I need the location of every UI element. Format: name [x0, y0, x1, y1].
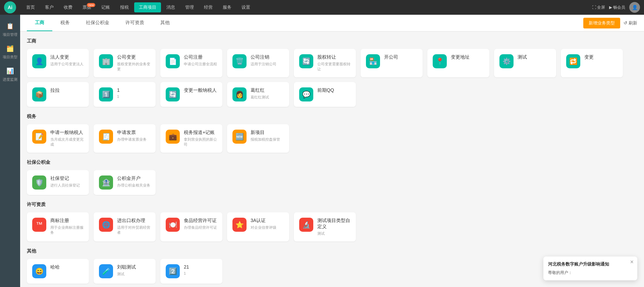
tab-税务[interactable]: 税务 — [52, 15, 78, 31]
sidebar-item-进度监测[interactable]: 📊进度监测 — [0, 63, 20, 85]
tabs-bar: 工商税务社保公积金许可资质其他 新增业务类型 ↺ 刷新 — [20, 15, 644, 31]
card-desc: 1 — [184, 271, 189, 276]
card-法人变更[interactable]: 👤法人变更适用于公司变更法人 — [27, 49, 89, 77]
card-进出口权办理[interactable]: 🌐进出口权办理适用于对外贸易经营者 — [94, 212, 156, 241]
svg-text:Ai: Ai — [8, 5, 12, 10]
card-name: 1 — [117, 87, 120, 93]
nav-item-票据[interactable]: 票据new — [78, 2, 96, 12]
card-拉拉[interactable]: 📦拉拉 — [27, 82, 89, 107]
tab-社保公积金[interactable]: 社保公积金 — [78, 15, 117, 31]
card-name: 测试项目类型自定义 — [317, 218, 351, 230]
notification-title: 河北税务数字账户升级影响通知 — [548, 261, 633, 267]
nav-item-服务[interactable]: 服务 — [218, 2, 236, 12]
card-icon: 🧾 — [99, 130, 113, 144]
card-name: 变更地址 — [451, 54, 470, 60]
card-desc: 拿到营业执照的新公司 — [184, 137, 217, 147]
card-3A认证[interactable]: ⭐3A认证对企业信誉评级 — [227, 212, 289, 241]
top-nav: Ai 首页客户收费票据new记账报税工商项目消息管理经营服务设置 ⛶ 全屏 ▶ … — [0, 0, 644, 15]
card-测试项目类型自定义[interactable]: 🔬测试项目类型自定义测试 — [294, 212, 356, 241]
sidebar-item-项目类型[interactable]: 🗂️项目类型 — [0, 41, 20, 63]
content-area: 工商👤法人变更适用于公司变更法人🏢公司变更股权变更外的业务变更📄公司注册申请公司… — [20, 31, 644, 287]
card-公司变更[interactable]: 🏢公司变更股权变更外的业务变更 — [94, 49, 156, 77]
card-公司注销[interactable]: 🗑️公司注销适用于注销公司 — [227, 49, 289, 77]
card-变更一般纳税人[interactable]: 🔄变更一般纳税人 — [160, 82, 222, 107]
card-name: 葛红红 — [251, 87, 269, 93]
card-desc: 测试 — [117, 272, 136, 277]
card-desc: 测试 — [317, 231, 351, 236]
section-许可资质: 许可资质™️商标注册用于企业商标注册服务🌐进出口权办理适用于对外贸易经营者🍽️食… — [27, 202, 637, 241]
card-变更地址[interactable]: 📍变更地址 — [427, 49, 489, 77]
card-icon: 📄 — [166, 54, 180, 68]
card-name: 哈哈 — [50, 264, 60, 270]
notification-close-button[interactable]: ✕ — [630, 259, 634, 265]
card-社保登记[interactable]: 🛡️社保登记进行人员社保登记 — [27, 170, 89, 195]
nav-item-记账[interactable]: 记账 — [97, 2, 115, 12]
nav-item-管理[interactable]: 管理 — [180, 2, 199, 12]
card-icon: 😄 — [32, 264, 46, 278]
card-desc: 用于企业商标注册服务 — [50, 225, 84, 235]
refresh-button[interactable]: ↺ 刷新 — [624, 20, 637, 26]
nav-item-收费[interactable]: 收费 — [59, 2, 77, 12]
card-哈哈[interactable]: 😄哈哈 — [27, 259, 89, 284]
notification-body: 尊敬的用户： — [548, 270, 633, 276]
sidebar-item-项目管理[interactable]: 📋项目管理 — [0, 18, 20, 41]
card-公积金开户[interactable]: 🏦公积金开户办理公积金相关业务 — [94, 170, 156, 195]
card-name: 社保登记 — [50, 175, 80, 182]
card-变更[interactable]: 🔁变更 — [561, 49, 623, 77]
card-税务报道+记账[interactable]: 💼税务报道+记账拿到营业执照的新公司 — [160, 124, 222, 153]
card-name: 申请发票 — [117, 130, 147, 136]
fullscreen-btn[interactable]: ⛶ 全屏 — [592, 5, 605, 10]
card-申请发票[interactable]: 🧾申请发票办理申请发票业务 — [94, 124, 156, 153]
card-icon: 🏪 — [366, 54, 380, 68]
card-desc: 1 — [117, 94, 120, 99]
section-工商: 工商👤法人变更适用于公司变更法人🏢公司变更股权变更外的业务变更📄公司注册申请公司… — [27, 38, 637, 107]
card-icon: 🏢 — [99, 54, 113, 68]
tab-工商[interactable]: 工商 — [27, 15, 52, 31]
new-business-button[interactable]: 新增业务类型 — [583, 18, 620, 28]
card-desc: 申请公司注册全流程 — [184, 62, 217, 67]
tab-许可资质[interactable]: 许可资质 — [117, 15, 152, 31]
nav-item-首页[interactable]: 首页 — [21, 2, 40, 12]
card-1[interactable]: 1️⃣11 — [94, 82, 156, 107]
card-申请一般纳税人[interactable]: 📝申请一般纳税人当月或次月成变更完成 — [27, 124, 89, 153]
sidebar-icon: 🗂️ — [5, 44, 15, 53]
card-name: 公积金开户 — [117, 175, 150, 182]
section-title: 许可资质 — [27, 202, 637, 208]
card-name: 公司注册 — [184, 54, 217, 60]
tab-其他[interactable]: 其他 — [152, 15, 178, 31]
card-icon: 🍽️ — [166, 218, 180, 232]
notification-popup: ✕ 河北税务数字账户升级影响通知 尊敬的用户： — [543, 257, 637, 280]
card-公司注册[interactable]: 📄公司注册申请公司注册全流程 — [160, 49, 222, 77]
nav-item-消息[interactable]: 消息 — [162, 2, 180, 12]
card-葛红红[interactable]: 👩葛红红葛红红测试 — [227, 82, 289, 107]
card-商标注册[interactable]: ™️商标注册用于企业商标注册服务 — [27, 212, 89, 241]
card-股权转让[interactable]: 🔄股权转让公司变更需要股权转让 — [294, 49, 356, 77]
card-name: 申请一般纳税人 — [50, 130, 84, 136]
card-测试[interactable]: ⚙️测试 — [494, 49, 556, 77]
card-name: 新项目 — [251, 130, 280, 136]
vip-btn[interactable]: ▶ 畅会员 — [609, 5, 625, 10]
card-desc: 当月或次月成变更完成 — [50, 137, 84, 147]
nav-item-客户[interactable]: 客户 — [40, 2, 58, 12]
section-title: 工商 — [27, 38, 637, 44]
card-新项目[interactable]: 🆕新项目报税加税控盘保管 — [227, 124, 289, 153]
nav-item-设置[interactable]: 设置 — [237, 2, 255, 12]
card-icon: 📍 — [433, 54, 447, 68]
card-icon: 📝 — [32, 130, 46, 144]
avatar[interactable]: 👤 — [629, 2, 640, 13]
sidebar-icon: 📊 — [5, 66, 15, 76]
card-icon: 🆕 — [232, 130, 247, 144]
card-icon: 🧪 — [99, 264, 113, 278]
card-前期QQ[interactable]: 💬前期QQ — [294, 82, 356, 107]
nav-item-工商项目[interactable]: 工商项目 — [134, 2, 161, 12]
card-刘聪测试[interactable]: 🧪刘聪测试测试 — [94, 259, 156, 284]
cards-grid: 📝申请一般纳税人当月或次月成变更完成🧾申请发票办理申请发票业务💼税务报道+记账拿… — [27, 124, 637, 153]
sidebar: 📋项目管理🗂️项目类型📊进度监测 — [0, 15, 20, 287]
nav-item-报税[interactable]: 报税 — [115, 2, 133, 12]
card-食品经营许可证[interactable]: 🍽️食品经营许可证办理食品经营许可证 — [160, 212, 222, 241]
fullscreen-icon: ⛶ — [592, 5, 596, 10]
section-title: 税务 — [27, 114, 637, 120]
nav-item-经营[interactable]: 经营 — [199, 2, 217, 12]
card-21[interactable]: 2️⃣211 — [160, 259, 222, 284]
card-开公司[interactable]: 🏪开公司 — [361, 49, 423, 77]
